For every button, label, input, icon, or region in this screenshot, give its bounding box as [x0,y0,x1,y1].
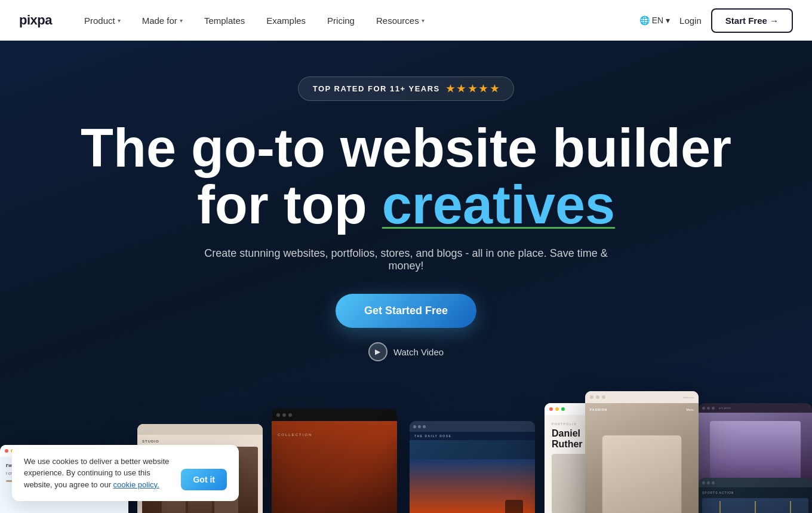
nav-item-examples[interactable]: Examples [258,11,314,30]
nav-item-pricing[interactable]: Pricing [319,11,363,30]
hero-title-line2: for top creatives [197,175,615,235]
star-2: ★ [457,83,466,94]
watch-video-button[interactable]: ▶ Watch Video [368,342,444,361]
preview-dark-editorial: Collection [272,409,397,513]
chevron-down-icon: ▾ [666,16,670,25]
chevron-down-icon: ▾ [180,17,183,24]
cookie-text: We use cookies to deliver a better websi… [24,456,171,491]
hero-title-line1: The go-to website builder [81,118,731,178]
nav-item-product[interactable]: Product ▾ [76,11,129,30]
nav-links: Product ▾ Made for ▾ Templates Examples … [76,11,639,30]
start-free-button[interactable]: Start Free → [711,8,793,33]
hero-title-highlight: creatives [382,175,615,235]
login-link[interactable]: Login [679,16,702,26]
star-3: ★ [468,83,478,94]
chevron-down-icon: ▾ [118,17,121,24]
nav-item-templates[interactable]: Templates [196,11,253,30]
watch-video-label: Watch Video [393,347,444,357]
top-rated-badge: TOP RATED FOR 11+ YEARS ★ ★ ★ ★ ★ [298,76,515,101]
preview-sports-blog: THE DAILY DOSE Sports & Culture ARTICLE … [410,421,535,513]
get-started-free-button[interactable]: Get Started Free [336,294,476,328]
nav-right-actions: 🌐 EN ▾ Login Start Free → [639,8,793,33]
nav-item-resources[interactable]: Resources ▾ [368,11,433,30]
hero-subtitle: Create stunning websites, portfolios, st… [197,247,615,272]
play-icon: ▶ [368,342,387,361]
navbar: pixpa Product ▾ Made for ▾ Templates Exa… [0,0,812,41]
cookie-policy-link[interactable]: cookie policy. [113,480,159,489]
language-selector[interactable]: 🌐 EN ▾ [639,16,670,25]
star-1: ★ [446,83,456,94]
star-rating: ★ ★ ★ ★ ★ [446,83,500,94]
nav-item-made-for[interactable]: Made for ▾ [134,11,191,30]
globe-icon: 🌐 [639,16,650,25]
star-5: ★ [490,83,500,94]
cookie-banner: We use cookies to deliver a better websi… [12,445,239,502]
hero-section: TOP RATED FOR 11+ YEARS ★ ★ ★ ★ ★ The go… [0,41,812,513]
preview-fashion-person: fashion.co FASHION Menu [585,391,699,513]
star-4: ★ [479,83,488,94]
hero-title: The go-to website builder for top creati… [81,120,731,233]
brand-logo[interactable]: pixpa [19,13,52,28]
chevron-down-icon: ▾ [422,17,425,24]
badge-text: TOP RATED FOR 11+ YEARS [313,84,440,93]
preview-sports-action: Sports Action [699,478,812,513]
cookie-accept-button[interactable]: Got it [181,469,227,490]
